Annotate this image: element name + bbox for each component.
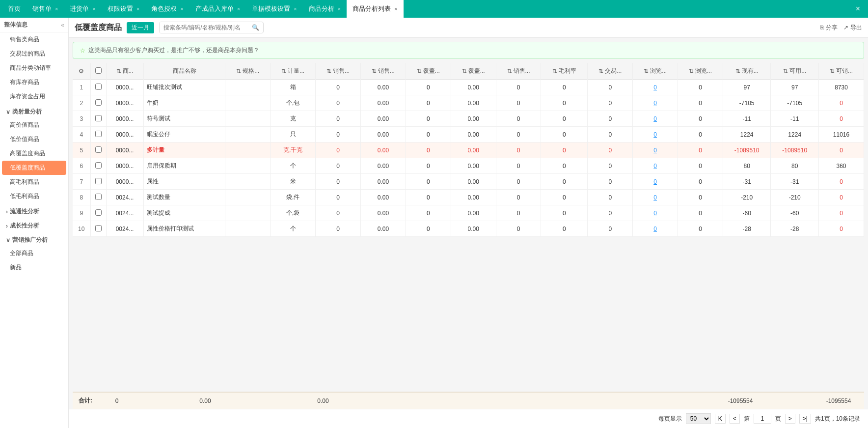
nav-sales[interactable]: 销售单 ×	[27, 0, 64, 18]
page-title: 低覆盖度商品	[75, 23, 122, 33]
row-browse1[interactable]: 0	[633, 111, 678, 127]
share-btn[interactable]: ⎘ 分享	[820, 24, 838, 32]
browse-link[interactable]: 0	[653, 115, 657, 122]
row-checkbox-cell[interactable]	[90, 174, 106, 190]
browse-link[interactable]: 0	[653, 178, 657, 185]
sidebar-collapse-btn[interactable]: «	[61, 22, 64, 29]
row-checkbox-cell[interactable]	[90, 205, 106, 221]
sidebar-section-growth[interactable]: › 成长性分析	[0, 218, 68, 232]
nav-close-roles[interactable]: ×	[180, 0, 183, 18]
row-checkbox-cell[interactable]	[90, 190, 106, 205]
nav-finished-goods[interactable]: 产成品入库单 ×	[190, 0, 246, 18]
sidebar-item-new-goods[interactable]: 新品	[0, 260, 68, 275]
window-close-button[interactable]: ×	[850, 0, 866, 18]
row-browse2: 0	[678, 127, 723, 143]
export-btn[interactable]: ↗ 导出	[843, 24, 862, 32]
sidebar-item-low-value[interactable]: 低价值商品	[0, 132, 68, 146]
row-checkbox-cell[interactable]	[90, 95, 106, 111]
browse-link[interactable]: 0	[653, 163, 657, 170]
page-number-input[interactable]	[754, 414, 771, 424]
sidebar-item-stocked-goods[interactable]: 有库存商品	[0, 75, 68, 89]
sidebar-item-all-goods[interactable]: 全部商品	[0, 246, 68, 260]
sidebar-section-category-analysis[interactable]: ∨ 类射量分析	[0, 104, 68, 118]
browse-link[interactable]: 0	[653, 147, 657, 154]
row-browse1[interactable]: 0	[633, 174, 678, 190]
table-container[interactable]: ⚙ ⇅商... 商品名称 ⇅规格... ⇅计量... ⇅销售... ⇅销售...…	[69, 63, 868, 392]
row-checkbox[interactable]	[95, 209, 102, 216]
browse-link[interactable]: 0	[653, 84, 657, 91]
row-browse1[interactable]: 0	[633, 205, 678, 221]
sidebar-item-traded-goods[interactable]: 交易过的商品	[0, 47, 68, 61]
row-browse1[interactable]: 0	[633, 221, 678, 237]
col-header-settings[interactable]: ⚙	[73, 63, 90, 80]
sidebar-item-sales-goods[interactable]: 销售类商品	[0, 32, 68, 47]
date-filter-btn[interactable]: 近一月	[127, 22, 154, 33]
nav-permissions[interactable]: 权限设置 ×	[102, 0, 145, 18]
row-checkbox-cell[interactable]	[90, 158, 106, 174]
browse-link[interactable]: 0	[653, 100, 657, 107]
sidebar-item-inventory-funds[interactable]: 库存资金占用	[0, 89, 68, 104]
sidebar-section-marketing[interactable]: ∨ 营销推广分析	[0, 232, 68, 246]
row-checkbox-cell[interactable]	[90, 111, 106, 127]
nav-close-template[interactable]: ×	[294, 0, 297, 18]
nav-product-analysis-list[interactable]: 商品分析列表 ×	[347, 0, 403, 18]
row-checkbox[interactable]	[95, 99, 102, 106]
sidebar-item-high-coverage[interactable]: 高覆盖度商品	[0, 146, 68, 161]
search-icon[interactable]: 🔍	[248, 22, 263, 33]
nav-product-analysis[interactable]: 商品分析 ×	[303, 0, 347, 18]
search-input[interactable]	[160, 22, 248, 33]
nav-close-analysis[interactable]: ×	[338, 0, 341, 18]
row-checkbox[interactable]	[95, 194, 102, 200]
first-page-btn[interactable]: K	[715, 414, 726, 424]
nav-close-finished[interactable]: ×	[237, 0, 240, 18]
sidebar-section-liquidity[interactable]: › 流通性分析	[0, 203, 68, 218]
row-checkbox[interactable]	[95, 225, 102, 231]
col-header-sellable: ⇅可销...	[818, 63, 864, 80]
row-checkbox[interactable]	[95, 115, 102, 121]
row-browse1[interactable]: 0	[633, 95, 678, 111]
browse-link[interactable]: 0	[653, 210, 657, 217]
browse-link[interactable]: 0	[653, 131, 657, 138]
row-browse1[interactable]: 0	[633, 190, 678, 205]
row-checkbox-cell[interactable]	[90, 143, 106, 158]
browse-link[interactable]: 0	[653, 194, 657, 201]
nav-template[interactable]: 单据模板设置 ×	[246, 0, 302, 18]
nav-roles[interactable]: 角色授权 ×	[145, 0, 189, 18]
sidebar-item-low-coverage[interactable]: 低覆盖度商品	[2, 161, 66, 175]
row-browse1[interactable]: 0	[633, 158, 678, 174]
col-header-checkbox[interactable]	[90, 63, 106, 80]
nav-close-purchase[interactable]: ×	[92, 0, 95, 18]
sidebar-item-high-value[interactable]: 高价值商品	[0, 118, 68, 132]
row-checkbox-cell[interactable]	[90, 80, 106, 95]
nav-home[interactable]: 首页	[2, 0, 27, 18]
nav-close-permissions[interactable]: ×	[136, 0, 139, 18]
row-current: 1224	[723, 127, 771, 143]
browse-link[interactable]: 0	[653, 226, 657, 232]
row-code: 0024...	[106, 205, 143, 221]
per-page-select[interactable]: 50 20 100 200	[686, 413, 711, 424]
row-browse1[interactable]: 0	[633, 143, 678, 158]
row-checkbox[interactable]	[95, 131, 102, 137]
row-cover1: 0	[406, 143, 451, 158]
select-all-checkbox[interactable]	[95, 67, 102, 74]
sidebar-item-low-margin[interactable]: 低毛利商品	[0, 189, 68, 203]
row-checkbox[interactable]	[95, 146, 102, 153]
last-page-btn[interactable]: >|	[799, 414, 811, 424]
row-checkbox[interactable]	[95, 162, 102, 169]
settings-icon[interactable]: ⚙	[79, 68, 84, 75]
nav-close-analysis-list[interactable]: ×	[394, 0, 397, 18]
sidebar-item-high-margin[interactable]: 高毛利商品	[0, 175, 68, 189]
prev-page-btn[interactable]: <	[730, 414, 740, 424]
row-checkbox[interactable]	[95, 178, 102, 184]
nav-purchase[interactable]: 进货单 ×	[64, 0, 101, 18]
row-checkbox-cell[interactable]	[90, 127, 106, 143]
nav-close-sales[interactable]: ×	[55, 0, 58, 18]
row-browse1[interactable]: 0	[633, 80, 678, 95]
row-trade: 0	[588, 205, 633, 221]
row-checkbox[interactable]	[95, 84, 102, 90]
row-browse1[interactable]: 0	[633, 127, 678, 143]
row-checkbox-cell[interactable]	[90, 221, 106, 237]
row-available: -210	[771, 190, 819, 205]
sidebar-item-category-rate[interactable]: 商品分类动销率	[0, 61, 68, 75]
next-page-btn[interactable]: >	[785, 414, 795, 424]
